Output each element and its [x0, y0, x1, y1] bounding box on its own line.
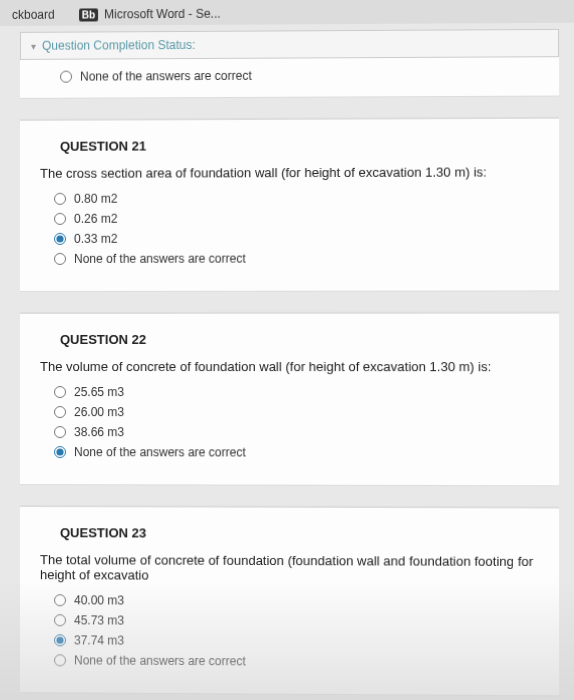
chevron-down-icon: ▾	[31, 40, 36, 51]
option-label: None of the answers are correct	[74, 653, 246, 668]
question-title: QUESTION 23	[60, 525, 539, 542]
question-block: QUESTION 23The total volume of concrete …	[20, 505, 559, 696]
radio-option[interactable]	[54, 654, 66, 666]
question-text: The volume of concrete of foundation wal…	[40, 359, 539, 374]
option-label: 26.00 m3	[74, 405, 124, 419]
option-row: 0.26 m2	[40, 208, 539, 229]
question-text: The total volume of concrete of foundati…	[40, 552, 539, 584]
option-label: None of the answers are correct	[80, 69, 252, 84]
radio-option[interactable]	[54, 634, 66, 646]
question-block: QUESTION 22The volume of concrete of fou…	[20, 312, 559, 487]
question-title: QUESTION 22	[60, 332, 539, 347]
option-row: 38.66 m3	[40, 422, 539, 443]
question-block: QUESTION 21The cross section area of fou…	[20, 117, 559, 292]
radio-option[interactable]	[54, 233, 66, 245]
option-row: 37.74 m3	[40, 630, 539, 653]
radio-option[interactable]	[54, 426, 66, 438]
status-label: Question Completion Status:	[42, 38, 195, 53]
option-label: 0.33 m2	[74, 232, 117, 246]
option-row: 0.80 m2	[40, 187, 539, 208]
option-row: None of the answers are correct	[40, 650, 539, 673]
tab-label: Microsoft Word - Se...	[104, 7, 220, 22]
radio-option[interactable]	[54, 446, 66, 458]
tab-label: ckboard	[12, 8, 55, 22]
option-label: 25.65 m3	[74, 385, 124, 399]
question-text: The cross section area of foundation wal…	[40, 164, 539, 181]
radio-option[interactable]	[54, 594, 66, 606]
radio-option[interactable]	[54, 193, 66, 205]
option-row: 0.33 m2	[40, 228, 539, 249]
option-label: 0.80 m2	[74, 192, 117, 206]
option-row: 26.00 m3	[40, 402, 539, 423]
option-label: 37.74 m3	[74, 633, 124, 647]
question-title: QUESTION 21	[60, 137, 539, 154]
content-area: None of the answers are correct QUESTION…	[0, 57, 574, 700]
radio-option[interactable]	[54, 213, 66, 225]
option-label: None of the answers are correct	[74, 252, 246, 266]
radio-option[interactable]	[54, 386, 66, 398]
radio-option[interactable]	[60, 71, 72, 83]
completion-status-bar[interactable]: ▾ Question Completion Status:	[20, 29, 559, 60]
option-label: None of the answers are correct	[74, 445, 246, 459]
option-label: 38.66 m3	[74, 425, 124, 439]
bb-icon: Bb	[79, 8, 98, 21]
option-label: 0.26 m2	[74, 212, 117, 226]
tab-word[interactable]: Bb Microsoft Word - Se...	[67, 3, 233, 26]
option-row: 25.65 m3	[40, 382, 539, 402]
option-row: 45.73 m3	[40, 610, 539, 632]
browser-tabs: ckboard Bb Microsoft Word - Se...	[0, 0, 574, 26]
radio-option[interactable]	[54, 253, 66, 265]
option-row: None of the answers are correct	[40, 248, 539, 269]
option-row: 40.00 m3	[40, 590, 539, 612]
orphan-option-row: None of the answers are correct	[20, 57, 559, 99]
tab-blackboard[interactable]: ckboard	[0, 4, 67, 26]
option-label: 45.73 m3	[74, 613, 124, 627]
radio-option[interactable]	[54, 406, 66, 418]
radio-option[interactable]	[54, 614, 66, 626]
option-row: None of the answers are correct	[40, 442, 539, 463]
option-label: 40.00 m3	[74, 593, 124, 607]
